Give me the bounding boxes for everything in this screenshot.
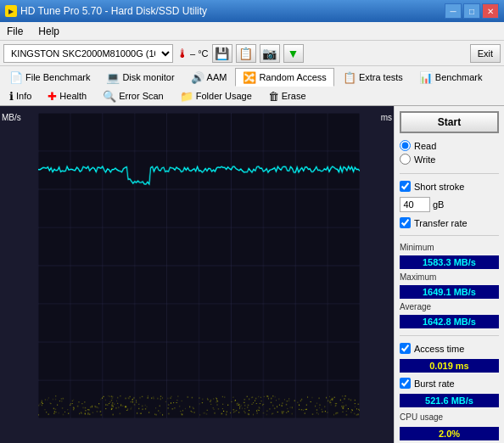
tab-folder-usage-label: Folder Usage bbox=[196, 91, 252, 101]
aam-icon: 🔊 bbox=[191, 71, 204, 84]
error-scan-icon: 🔍 bbox=[103, 90, 116, 103]
short-stroke-value-row: gB bbox=[400, 197, 499, 212]
start-button[interactable]: Start bbox=[400, 111, 499, 133]
window-controls: ─ □ ✕ bbox=[445, 3, 499, 19]
tab-info[interactable]: ℹ Info bbox=[2, 87, 39, 105]
read-radio[interactable]: Read bbox=[400, 140, 499, 151]
access-time-label: Access time bbox=[414, 344, 464, 354]
maximize-button[interactable]: □ bbox=[463, 3, 480, 19]
divider-2 bbox=[400, 235, 499, 236]
burst-rate-checkbox[interactable]: Burst rate bbox=[400, 378, 499, 389]
read-write-group: Read Write bbox=[400, 138, 499, 166]
drive-selector[interactable]: KINGSTON SKC2000M81000G (1000 GB) bbox=[3, 44, 173, 63]
stats-section: Minimum 1583.3 MB/s Maximum 1649.1 MB/s … bbox=[400, 243, 499, 328]
transfer-rate-checkbox[interactable]: Transfer rate bbox=[400, 217, 499, 228]
exit-button[interactable]: Exit bbox=[470, 44, 501, 63]
tab-extra-tests[interactable]: 📋 Extra tests bbox=[335, 68, 411, 87]
cpu-usage-value: 2.0% bbox=[400, 427, 499, 440]
tab-health[interactable]: ✚ Health bbox=[40, 87, 94, 105]
burst-rate-value: 521.6 MB/s bbox=[400, 394, 499, 407]
average-label: Average bbox=[400, 302, 499, 311]
transfer-rate-label: Transfer rate bbox=[414, 218, 468, 228]
tab-benchmark-label: Benchmark bbox=[435, 72, 483, 82]
toolbar: KINGSTON SKC2000M81000G (1000 GB) 🌡 – °C… bbox=[0, 41, 504, 66]
tab-erase-label: Erase bbox=[282, 91, 306, 101]
file-benchmark-icon: 📄 bbox=[9, 71, 23, 84]
minimum-value: 1583.3 MB/s bbox=[400, 255, 499, 269]
tab-file-benchmark-label: File Benchmark bbox=[25, 72, 90, 82]
tab-info-label: Info bbox=[16, 91, 31, 101]
chart-canvas bbox=[38, 113, 360, 418]
minimum-label: Minimum bbox=[400, 243, 499, 252]
menu-bar: File Help bbox=[0, 22, 504, 41]
info-icon: ℹ bbox=[9, 90, 14, 103]
divider-3 bbox=[400, 335, 499, 336]
extra-tests-icon: 📋 bbox=[343, 71, 356, 84]
write-label: Write bbox=[414, 154, 435, 165]
access-time-value: 0.019 ms bbox=[400, 359, 499, 373]
y-axis-label: MB/s bbox=[2, 113, 21, 122]
divider-1 bbox=[400, 173, 499, 174]
maximum-label: Maximum bbox=[400, 272, 499, 282]
nav-tabs: 📄 File Benchmark 💻 Disk monitor 🔊 AAM 🔀 … bbox=[0, 66, 504, 106]
average-value: 1642.8 MB/s bbox=[400, 315, 499, 328]
minimize-button[interactable]: ─ bbox=[445, 3, 462, 19]
tab-error-scan-label: Error Scan bbox=[119, 91, 164, 101]
short-stroke-checkbox[interactable]: Short stroke bbox=[400, 181, 499, 192]
tab-folder-usage[interactable]: 📁 Folder Usage bbox=[172, 87, 260, 105]
app-icon: ▶ bbox=[5, 5, 17, 17]
erase-icon: 🗑 bbox=[268, 90, 279, 103]
title-bar: ▶ HD Tune Pro 5.70 - Hard Disk/SSD Utili… bbox=[0, 0, 504, 22]
access-time-checkbox[interactable]: Access time bbox=[400, 343, 499, 354]
thermometer-icon: 🌡 bbox=[176, 47, 188, 60]
tab-aam[interactable]: 🔊 AAM bbox=[183, 68, 235, 87]
read-label: Read bbox=[414, 141, 436, 151]
temp-value: – °C bbox=[190, 48, 209, 59]
menu-file[interactable]: File bbox=[3, 24, 26, 39]
gb-label: gB bbox=[433, 199, 444, 210]
main-content: MB/s ms Start Read Write Short stroke gB bbox=[0, 106, 504, 443]
disk-monitor-icon: 💻 bbox=[106, 71, 120, 84]
toolbar-icon-1[interactable]: 💾 bbox=[212, 44, 232, 63]
tab-error-scan[interactable]: 🔍 Error Scan bbox=[95, 87, 171, 105]
tab-extra-tests-label: Extra tests bbox=[359, 72, 403, 82]
benchmark-icon: 📊 bbox=[419, 71, 433, 84]
folder-usage-icon: 📁 bbox=[180, 90, 193, 103]
close-button[interactable]: ✕ bbox=[482, 3, 499, 19]
burst-rate-label: Burst rate bbox=[414, 379, 455, 389]
tab-random-access[interactable]: 🔀 Random Access bbox=[235, 68, 333, 87]
tab-random-access-label: Random Access bbox=[259, 72, 326, 82]
toolbar-icon-3[interactable]: 📷 bbox=[260, 44, 280, 63]
random-access-icon: 🔀 bbox=[243, 71, 256, 84]
tab-disk-monitor[interactable]: 💻 Disk monitor bbox=[98, 68, 182, 87]
toolbar-icon-4[interactable]: ▼ bbox=[283, 44, 304, 63]
tab-erase[interactable]: 🗑 Erase bbox=[260, 87, 314, 105]
short-stroke-label: Short stroke bbox=[414, 182, 464, 192]
menu-help[interactable]: Help bbox=[35, 24, 63, 39]
title-text: HD Tune Pro 5.70 - Hard Disk/SSD Utility bbox=[20, 5, 207, 17]
tab-disk-monitor-label: Disk monitor bbox=[122, 72, 174, 82]
tab-health-label: Health bbox=[59, 91, 87, 101]
y2-axis-label: ms bbox=[381, 113, 392, 122]
tab-file-benchmark[interactable]: 📄 File Benchmark bbox=[2, 68, 98, 87]
tab-aam-label: AAM bbox=[207, 72, 227, 82]
sidebar: Start Read Write Short stroke gB Transfe… bbox=[394, 106, 504, 443]
cpu-usage-label: CPU usage bbox=[400, 412, 499, 422]
chart-area: MB/s ms bbox=[0, 106, 394, 443]
maximum-value: 1649.1 MB/s bbox=[400, 285, 499, 299]
temperature-display: 🌡 – °C bbox=[176, 47, 209, 60]
toolbar-icon-2[interactable]: 📋 bbox=[236, 44, 256, 63]
tab-benchmark[interactable]: 📊 Benchmark bbox=[412, 68, 490, 87]
health-icon: ✚ bbox=[48, 90, 57, 103]
write-radio[interactable]: Write bbox=[400, 154, 499, 165]
short-stroke-input[interactable] bbox=[400, 197, 430, 212]
